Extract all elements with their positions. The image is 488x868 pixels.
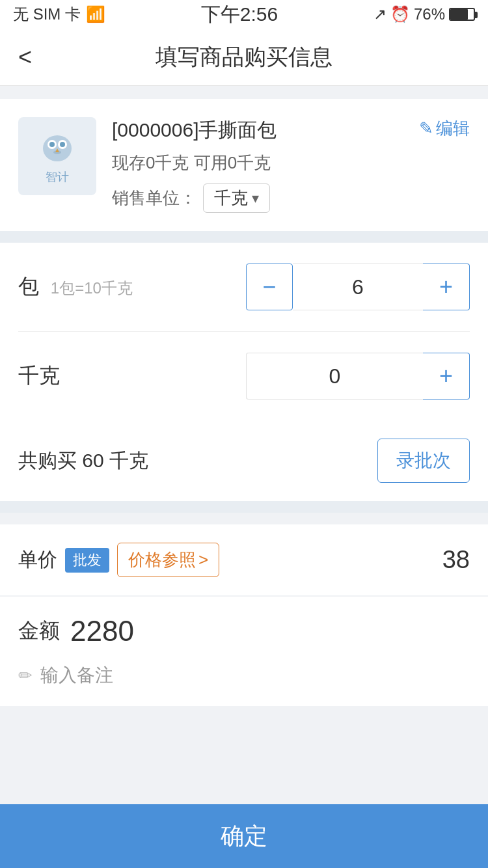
location-icon: ↗ — [373, 5, 386, 23]
svg-point-4 — [60, 142, 65, 147]
unit-selector[interactable]: 千克 ▾ — [203, 183, 270, 213]
product-info: [0000006]手撕面包 ✎ 编辑 现存0千克 可用0千克 销售单位： 千克 … — [112, 117, 470, 213]
alarm-icon: ⏰ — [390, 5, 410, 23]
wifi-icon: 📶 — [86, 5, 105, 23]
price-tag: 批发 — [65, 548, 109, 573]
total-text: 共购买 60 千克 — [18, 448, 148, 474]
status-bar: 无 SIM 卡 📶 下午2:56 ↗ ⏰ 76% — [0, 0, 488, 29]
chevron-right-icon: > — [198, 550, 208, 570]
price-label: 单价 — [18, 547, 57, 573]
batch-button[interactable]: 录批次 — [377, 439, 470, 483]
nav-bar: < 填写商品购买信息 — [0, 29, 488, 86]
status-left: 无 SIM 卡 📶 — [13, 4, 105, 25]
price-section: 单价 批发 价格参照 > 38 — [0, 524, 488, 595]
product-unit-row: 销售单位： 千克 ▾ — [112, 183, 470, 213]
edit-icon: ✎ — [419, 118, 433, 139]
bag-label: 包 — [18, 275, 39, 298]
bag-decrement-button[interactable]: − — [246, 264, 293, 310]
battery-icon — [449, 8, 475, 21]
kg-label: 千克 — [18, 364, 60, 387]
section-divider-1 — [0, 231, 488, 243]
total-value-num: 60 — [82, 450, 103, 471]
amount-row: 金额 2280 — [18, 615, 470, 647]
battery-percent: 76% — [414, 5, 445, 23]
unit-label: 销售单位： — [112, 187, 197, 210]
unit-value: 千克 — [214, 187, 248, 210]
product-card: 智计 [0000006]手撕面包 ✎ 编辑 现存0千克 可用0千克 销售单位： … — [0, 99, 488, 231]
amount-section: 金额 2280 ✏ 输入备注 — [0, 597, 488, 706]
amount-label: 金额 — [18, 617, 60, 645]
section-divider-2 — [0, 501, 488, 513]
qty-section: 包 1包=10千克 − + 千克 + — [0, 243, 488, 420]
product-image: 智计 — [18, 117, 96, 195]
total-label: 共购买 — [18, 450, 77, 471]
total-unit — [104, 450, 109, 471]
edit-button[interactable]: ✎ 编辑 — [419, 117, 470, 140]
price-ref-label: 价格参照 — [128, 549, 196, 571]
bag-label-group: 包 1包=10千克 — [18, 273, 133, 301]
bag-sublabel: 1包=10千克 — [51, 279, 133, 297]
pencil-icon: ✏ — [18, 666, 33, 686]
kg-increment-button[interactable]: + — [423, 353, 470, 400]
total-unit-text: 千克 — [109, 450, 148, 471]
amount-value: 2280 — [70, 615, 134, 647]
kg-label-group: 千克 — [18, 362, 60, 390]
page-title: 填写商品购买信息 — [156, 42, 332, 72]
remark-label: 输入备注 — [40, 663, 113, 688]
bag-qty-input[interactable] — [293, 264, 423, 310]
chevron-down-icon: ▾ — [252, 190, 259, 207]
kg-qty-input[interactable] — [246, 353, 423, 400]
confirm-button[interactable]: 确定 — [0, 804, 488, 868]
bag-increment-button[interactable]: + — [423, 264, 470, 310]
total-section: 共购买 60 千克 录批次 — [0, 420, 488, 501]
remark-row[interactable]: ✏ 输入备注 — [18, 663, 470, 688]
kg-qty-controls: + — [246, 353, 470, 400]
bag-qty-row: 包 1包=10千克 − + — [18, 243, 470, 332]
product-name: [0000006]手撕面包 — [112, 117, 277, 144]
status-time: 下午2:56 — [201, 1, 278, 28]
product-stock: 现存0千克 可用0千克 — [112, 152, 470, 174]
kg-qty-row: 千克 + — [18, 332, 470, 420]
back-button[interactable]: < — [18, 44, 32, 71]
carrier-text: 无 SIM 卡 — [13, 4, 81, 25]
price-ref-button[interactable]: 价格参照 > — [117, 543, 219, 577]
price-value: 38 — [442, 546, 470, 574]
status-right: ↗ ⏰ 76% — [373, 5, 475, 23]
bag-qty-controls: − + — [246, 264, 470, 310]
svg-point-3 — [49, 142, 55, 147]
price-left: 单价 批发 价格参照 > — [18, 543, 219, 577]
edit-label: 编辑 — [436, 117, 470, 140]
